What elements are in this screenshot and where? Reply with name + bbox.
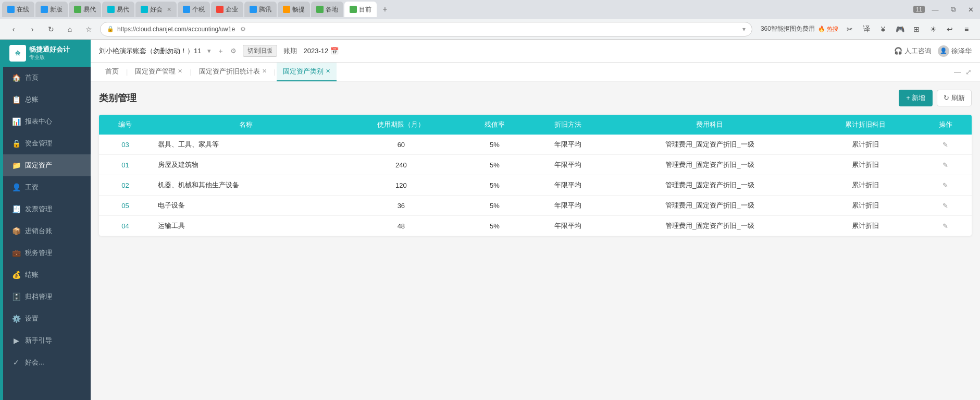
- history-icon[interactable]: ↩: [942, 22, 957, 37]
- edit-icon[interactable]: ✎: [942, 181, 948, 189]
- cell-method: 年限平均: [528, 175, 607, 196]
- user-info[interactable]: 👤 徐泽华: [938, 45, 972, 57]
- sidebar-item-tax[interactable]: 💼 税务管理: [3, 242, 91, 264]
- browser-tab-haohui[interactable]: 好会 ✕: [135, 2, 177, 17]
- tab-close-icon[interactable]: ✕: [167, 6, 171, 13]
- cell-accum: 累计折旧: [812, 175, 919, 196]
- tab-depreciation-report[interactable]: 固定资产折旧统计表 ✕: [193, 63, 273, 81]
- sidebar-item-close-account[interactable]: 💰 结账: [3, 264, 91, 286]
- scissors-icon[interactable]: ✂: [842, 22, 857, 37]
- currency-icon[interactable]: ¥: [876, 22, 890, 37]
- menu-icon[interactable]: ≡: [959, 22, 974, 37]
- refresh-button[interactable]: ↻ 刷新: [937, 90, 972, 106]
- col-method: 折旧方法: [528, 115, 607, 135]
- sidebar: 会 畅捷通好会计 专业版 🏠 首页 📋 总账 📊 报表中心 🔒 资金管理: [3, 40, 91, 400]
- bookmark-button[interactable]: ☆: [81, 22, 96, 37]
- browser-tab-yidai1[interactable]: 易代: [69, 2, 101, 17]
- sidebar-item-label: 好会...: [25, 358, 44, 367]
- tab-favicon: [41, 6, 48, 13]
- switch-version-button[interactable]: 切到旧版: [243, 45, 277, 57]
- sidebar-item-payroll[interactable]: 👤 工资: [3, 176, 91, 198]
- tab-asset-management[interactable]: 固定资产管理 ✕: [129, 63, 189, 81]
- restore-button[interactable]: ⧉: [946, 2, 960, 17]
- sidebar-item-haohui[interactable]: ✓ 好会...: [3, 351, 91, 373]
- search-label: 360智能抠图免费用: [761, 25, 815, 33]
- edit-icon[interactable]: ✎: [942, 141, 948, 149]
- minimize-button[interactable]: —: [928, 2, 942, 17]
- sidebar-nav: 🏠 首页 📋 总账 📊 报表中心 🔒 资金管理 📁 固定资产 👤 工资: [3, 67, 91, 400]
- url-bar[interactable]: 🔒 https://cloud.chanjet.com/accounting/u…: [100, 22, 752, 37]
- cell-accum: 累计折旧: [812, 216, 919, 236]
- edit-icon[interactable]: ✎: [942, 161, 948, 169]
- cell-action: ✎: [919, 175, 972, 196]
- reports-icon: 📊: [11, 117, 21, 126]
- tab-bar: 在线 新版 易代 易代 好会 ✕ 个税 企业 腾讯: [0, 0, 980, 19]
- url-dropdown-icon[interactable]: ▾: [742, 26, 746, 33]
- sidebar-item-home[interactable]: 🏠 首页: [3, 67, 91, 89]
- sidebar-item-reports[interactable]: 📊 报表中心: [3, 111, 91, 132]
- settings-icon: ⚙️: [11, 314, 21, 323]
- sidebar-item-label: 报表中心: [25, 117, 52, 126]
- cell-name: 器具、工具、家具等: [152, 135, 341, 155]
- browser-tab-muqian[interactable]: 目前: [344, 2, 377, 17]
- tab-label: 固定资产类别: [283, 67, 324, 76]
- sidebar-item-funds[interactable]: 🔒 资金管理: [3, 132, 91, 154]
- game-icon[interactable]: 🎮: [892, 22, 907, 37]
- translate-icon[interactable]: 译: [859, 22, 874, 37]
- sidebar-item-invoice[interactable]: 🧾 发票管理: [3, 198, 91, 220]
- tab-favicon: [7, 6, 15, 13]
- close-button[interactable]: ✕: [963, 2, 978, 17]
- browser-tab-tengxun[interactable]: 腾讯: [244, 2, 277, 17]
- forward-button[interactable]: ›: [25, 22, 40, 37]
- browser-tab-qiye[interactable]: 企业: [211, 2, 243, 17]
- calendar-icon[interactable]: 📅: [330, 47, 339, 55]
- tab-label: 首页: [105, 67, 119, 76]
- sidebar-item-ledger[interactable]: 📋 总账: [3, 89, 91, 111]
- table-row: 01 房屋及建筑物 240 5% 年限平均 管理费用_固定资产折旧_一级 累计折…: [99, 155, 972, 175]
- cell-residual: 5%: [462, 175, 528, 196]
- sidebar-item-archive[interactable]: 🗄️ 归档管理: [3, 286, 91, 308]
- reload-button[interactable]: ↻: [44, 22, 58, 37]
- grid-icon[interactable]: ⊞: [909, 22, 924, 37]
- browser-tab-changti[interactable]: 畅提: [278, 2, 310, 17]
- settings-icon-header[interactable]: ⚙: [230, 47, 237, 55]
- sidebar-item-label: 工资: [25, 183, 39, 192]
- new-tab-button[interactable]: +: [378, 2, 392, 17]
- tab-close-icon[interactable]: ✕: [326, 68, 330, 75]
- browser-tab-zaixin[interactable]: 在线: [2, 2, 34, 17]
- edit-icon[interactable]: ✎: [942, 202, 948, 210]
- add-account-icon[interactable]: ＋: [217, 46, 224, 56]
- sidebar-item-tutorial[interactable]: ▶ 新手引导: [3, 330, 91, 351]
- browser-tab-yidai2[interactable]: 易代: [102, 2, 134, 17]
- support-button[interactable]: 🎧 人工咨询: [894, 46, 932, 56]
- tab-close-icon[interactable]: ✕: [262, 68, 267, 75]
- home-button[interactable]: ⌂: [63, 22, 77, 37]
- browser-tab-gesui[interactable]: 个税: [178, 2, 210, 17]
- cell-residual: 5%: [462, 155, 528, 175]
- add-category-button[interactable]: + 新增: [899, 90, 933, 106]
- sidebar-item-settings[interactable]: ⚙️ 设置: [3, 308, 91, 330]
- browser-tab-gedi[interactable]: 各地: [311, 2, 343, 17]
- tab-asset-category[interactable]: 固定资产类别 ✕: [277, 63, 337, 81]
- expand-window-icon[interactable]: ⤢: [965, 68, 972, 76]
- url-expand-icon: ⚙: [240, 26, 246, 33]
- cell-name: 运输工具: [152, 216, 341, 236]
- app-header: 刘小艳演示账套（勿删勿动！）11 ▾ ＋ ⚙ 切到旧版 账期 2023-12 📅…: [91, 40, 980, 63]
- collapse-window-icon[interactable]: —: [954, 68, 961, 76]
- sidebar-item-assets[interactable]: 📁 固定资产: [3, 154, 91, 176]
- tab-label: 目前: [359, 5, 371, 14]
- browser-tab-xinban[interactable]: 新版: [35, 2, 68, 17]
- back-button[interactable]: ‹: [6, 22, 21, 37]
- sidebar-item-label: 总账: [25, 95, 39, 104]
- sidebar-item-purchase[interactable]: 📦 进销台账: [3, 220, 91, 242]
- brightness-icon[interactable]: ☀: [926, 22, 940, 37]
- dropdown-icon[interactable]: ▾: [207, 47, 211, 55]
- col-name: 名称: [152, 115, 341, 135]
- cell-expense: 管理费用_固定资产折旧_一级: [607, 216, 812, 236]
- edit-icon[interactable]: ✎: [942, 222, 948, 230]
- tab-close-icon[interactable]: ✕: [178, 68, 182, 75]
- window-controls: 11 — ⧉ ✕: [913, 2, 978, 17]
- search-area[interactable]: 360智能抠图免费用 🔥 热搜: [761, 25, 838, 33]
- tab-home[interactable]: 首页: [99, 63, 125, 81]
- tab-favicon: [316, 6, 324, 13]
